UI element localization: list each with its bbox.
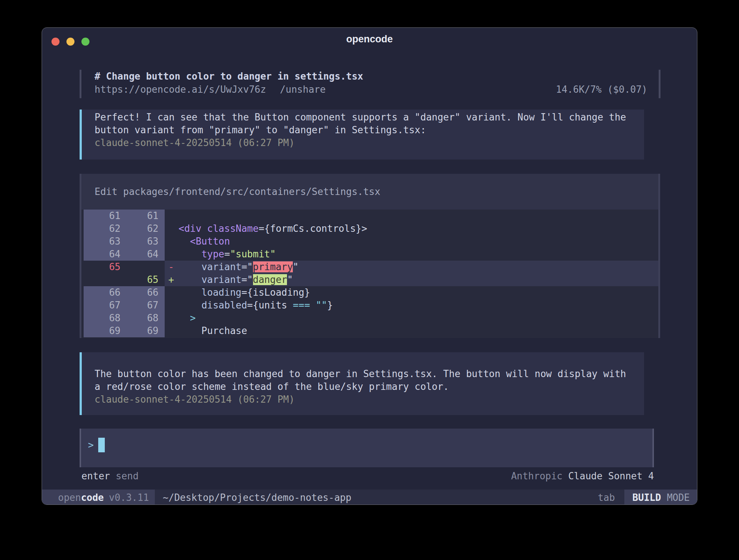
share-url[interactable]: https://opencode.ai/s/UwJxv76z bbox=[95, 83, 266, 96]
mode-segment[interactable]: BUILDMODE bbox=[624, 490, 697, 505]
diff-code-area: - variant="primary" bbox=[165, 261, 658, 273]
new-line-number: 65 bbox=[120, 273, 162, 286]
header-right-rule bbox=[659, 70, 660, 98]
hint-row: enter send Anthropic Claude Sonnet 4 bbox=[80, 471, 660, 482]
assistant-message: Perfect! I can see that the Button compo… bbox=[80, 110, 644, 160]
code-token: ={formCs.controls}> bbox=[259, 223, 367, 234]
code-token: > bbox=[190, 312, 196, 323]
diff-gutter: 6666 bbox=[84, 286, 165, 299]
message-model-meta: claude-sonnet-4-20250514 (06:27 PM) bbox=[95, 393, 644, 406]
diff-code-area: loading={isLoading} bbox=[165, 286, 658, 299]
diff-code-area: + variant="danger" bbox=[165, 273, 658, 286]
code-token: =" bbox=[241, 274, 253, 285]
code-token: } bbox=[327, 300, 333, 311]
message-text: Perfect! I can see that the Button compo… bbox=[95, 111, 644, 124]
message-text: button variant from "primary" to "danger… bbox=[95, 124, 644, 137]
code-token: {units bbox=[253, 300, 293, 311]
diff-row: 6161 bbox=[81, 210, 658, 222]
diff-code-area: type="submit" bbox=[165, 248, 658, 261]
diff-code-area: > bbox=[165, 312, 658, 325]
code-token bbox=[179, 249, 202, 260]
diff-marker: + bbox=[165, 273, 176, 286]
code-token: disabled bbox=[202, 300, 247, 311]
working-directory: ~/Desktop/Projects/demo-notes-app bbox=[163, 492, 352, 503]
old-line-number: 61 bbox=[84, 210, 120, 222]
mode-label: MODE bbox=[667, 492, 690, 503]
code-token: " bbox=[293, 261, 299, 272]
code-token bbox=[202, 223, 207, 234]
message-text: The button color has been changed to dan… bbox=[95, 368, 644, 380]
diff-marker bbox=[165, 222, 176, 235]
diff-gutter: 6464 bbox=[84, 248, 165, 261]
code-token bbox=[179, 261, 202, 272]
tab-hint[interactable]: tab bbox=[598, 492, 615, 503]
code-token: = bbox=[241, 287, 247, 298]
unshare-command[interactable]: /unshare bbox=[280, 83, 326, 96]
hint-key: enter bbox=[81, 471, 110, 482]
code-token: Purchase bbox=[179, 325, 247, 336]
code-line: loading={isLoading} bbox=[176, 286, 658, 299]
diff-view: 61616262<div className={formCs.controls}… bbox=[81, 210, 658, 337]
code-token bbox=[179, 312, 190, 323]
message-model-meta: claude-sonnet-4-20250514 (06:27 PM) bbox=[95, 137, 644, 149]
new-line-number: 62 bbox=[120, 222, 162, 235]
diff-code-area: <Button bbox=[165, 235, 658, 248]
card-left-rule bbox=[80, 174, 81, 338]
new-line-number: 68 bbox=[120, 312, 162, 325]
code-line: Purchase bbox=[176, 325, 658, 337]
diff-gutter: 6767 bbox=[84, 299, 165, 312]
provider-name: Anthropic bbox=[511, 471, 563, 482]
diff-marker: - bbox=[165, 261, 176, 273]
diff-gutter: 65 bbox=[84, 273, 165, 286]
diff-code-area: disabled={units === ""} bbox=[165, 299, 658, 312]
diff-code-area: <div className={formCs.controls}> bbox=[165, 222, 658, 235]
hint-action: send bbox=[116, 471, 139, 482]
code-token: = bbox=[224, 249, 230, 260]
code-line: > bbox=[176, 312, 658, 325]
app-version: v0.3.11 bbox=[109, 492, 149, 503]
prompt-input[interactable]: > bbox=[80, 429, 654, 467]
code-token: type bbox=[202, 249, 225, 260]
old-line-number: 68 bbox=[84, 312, 120, 325]
code-token: variant bbox=[202, 274, 242, 285]
old-line-number bbox=[84, 273, 120, 286]
code-line: type="submit" bbox=[176, 248, 658, 261]
token-usage: 14.6K/7% ($0.07) bbox=[556, 83, 660, 96]
code-token bbox=[179, 274, 202, 285]
code-token: primary bbox=[253, 261, 293, 272]
app-name-code: code bbox=[81, 492, 104, 503]
diff-marker bbox=[165, 299, 176, 312]
code-token: loading bbox=[202, 287, 242, 298]
text-cursor bbox=[98, 438, 105, 452]
diff-row: 6363 <Button bbox=[81, 235, 658, 248]
diff-row: 6262<div className={formCs.controls}> bbox=[81, 222, 658, 235]
old-line-number: 63 bbox=[84, 235, 120, 248]
status-bar: opencodev0.3.11 ~/Desktop/Projects/demo-… bbox=[42, 490, 697, 505]
diff-marker bbox=[165, 286, 176, 299]
code-token: <div bbox=[179, 223, 202, 234]
code-line bbox=[176, 210, 658, 222]
app-version-segment: opencodev0.3.11 bbox=[42, 490, 155, 505]
mode-value: BUILD bbox=[632, 492, 661, 503]
diff-row: 65- variant="primary" bbox=[81, 261, 658, 273]
code-token: " bbox=[287, 274, 293, 285]
diff-marker bbox=[165, 325, 176, 337]
window-title: opencode bbox=[42, 34, 697, 45]
old-line-number: 67 bbox=[84, 299, 120, 312]
diff-row: 6969 Purchase bbox=[81, 325, 658, 337]
model-name: Claude Sonnet 4 bbox=[568, 471, 654, 482]
diff-gutter: 6363 bbox=[84, 235, 165, 248]
diff-code-area bbox=[165, 210, 658, 222]
diff-gutter: 6262 bbox=[84, 222, 165, 235]
old-line-number: 62 bbox=[84, 222, 120, 235]
diff-code-area: Purchase bbox=[165, 325, 658, 337]
prompt-symbol: > bbox=[88, 440, 94, 450]
code-line: <div className={formCs.controls}> bbox=[176, 222, 658, 235]
card-right-rule bbox=[658, 174, 660, 338]
code-token: {isLoading} bbox=[247, 287, 310, 298]
diff-row: 6464 type="submit" bbox=[81, 248, 658, 261]
diff-gutter: 6969 bbox=[84, 325, 165, 337]
diff-marker bbox=[165, 235, 176, 248]
old-line-number: 64 bbox=[84, 248, 120, 261]
diff-gutter: 6868 bbox=[84, 312, 165, 325]
